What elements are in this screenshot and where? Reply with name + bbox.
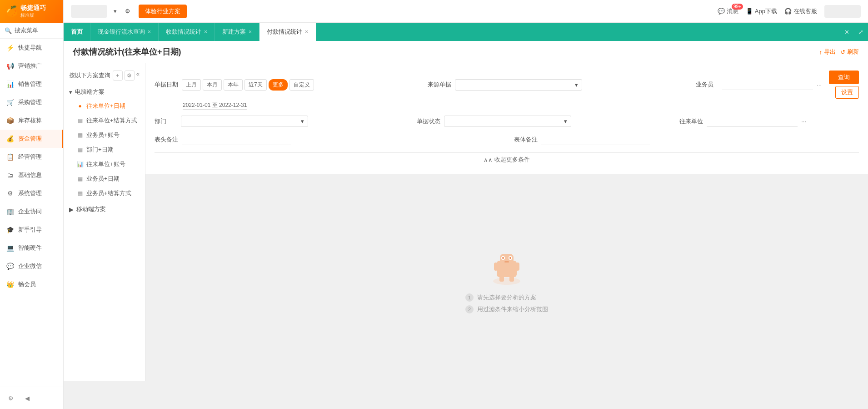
sidebar-item-finance[interactable]: 💰 资金管理 bbox=[0, 130, 63, 148]
sidebar-item-label: 营销推广 bbox=[18, 62, 42, 70]
scheme-item-sales-date[interactable]: ▦ 业务员+日期 bbox=[64, 172, 145, 186]
sidebar-item-label: 企业微信 bbox=[18, 262, 42, 270]
source-field: 来源单据 ▾ bbox=[428, 79, 582, 91]
scheme-item-icon: ▦ bbox=[76, 146, 84, 153]
online-service-btn[interactable]: 🎧 在线客服 bbox=[784, 7, 817, 15]
sidebar-item-label: 库存核算 bbox=[18, 116, 42, 125]
sales-input[interactable] bbox=[722, 79, 813, 90]
dept-dropdown-icon: ▾ bbox=[301, 118, 304, 125]
scheme-settings-btn[interactable]: ⚙ bbox=[125, 71, 135, 81]
date-field: 单据日期 上月 本月 本年 近7天 更多 自定义 bbox=[155, 79, 314, 91]
notification-btn[interactable]: 💬 消息 99+ bbox=[718, 7, 738, 15]
scheme-item-sales-payment[interactable]: ▦ 业务员+结算方式 bbox=[64, 186, 145, 201]
scheme-item-icon: ▦ bbox=[76, 117, 84, 124]
smart-hw-icon: 💻 bbox=[5, 243, 15, 252]
scheme-item-unit-account[interactable]: 📊 往来单位+账号 bbox=[64, 157, 145, 172]
sidebar-item-basic-info[interactable]: 🗂 基础信息 bbox=[0, 166, 63, 184]
source-select[interactable]: ▾ bbox=[455, 79, 582, 91]
sidebar-item-smart-hw[interactable]: 💻 智能硬件 bbox=[0, 239, 63, 257]
partner-more-icon[interactable]: ··· bbox=[801, 118, 806, 125]
company-dropdown-icon[interactable]: ▾ bbox=[114, 8, 117, 15]
pc-scheme-group: ▾ 电脑端方案 ● 往来单位+日期 ▦ 往来单位+结算方式 ▦ 业务员+账号 bbox=[64, 85, 145, 201]
sidebar-item-label: 企业协同 bbox=[18, 207, 42, 216]
app-name: 畅捷通巧 bbox=[20, 4, 46, 12]
purchase-icon: 🛒 bbox=[5, 98, 15, 107]
mobile-scheme-group-title[interactable]: ▶ 移动端方案 bbox=[64, 202, 145, 216]
app-download-btn[interactable]: 📱 App下载 bbox=[746, 7, 777, 15]
company-avatar bbox=[71, 5, 107, 18]
pc-scheme-group-title[interactable]: ▾ 电脑端方案 bbox=[64, 85, 145, 99]
tab-expand[interactable]: ⤢ bbox=[854, 23, 868, 41]
tab-bank-flow[interactable]: 现金银行流水查询 × bbox=[90, 23, 159, 41]
user-avatar[interactable] bbox=[824, 5, 861, 18]
partner-input[interactable] bbox=[707, 116, 798, 127]
sidebar-item-marketing[interactable]: 📢 营销推广 bbox=[0, 57, 63, 75]
doc-status-select[interactable]: ▾ bbox=[444, 116, 571, 127]
dept-label: 部门 bbox=[155, 117, 177, 126]
sidebar-item-inventory[interactable]: 📦 库存核算 bbox=[0, 111, 63, 130]
query-row-2: 部门 ▾ 单据状态 ▾ bbox=[155, 116, 859, 127]
date-option-more[interactable]: 更多 bbox=[269, 79, 288, 91]
svg-rect-10 bbox=[499, 276, 504, 282]
sidebar-item-wechat[interactable]: 💬 企业微信 bbox=[0, 257, 63, 275]
date-option-custom[interactable]: 自定义 bbox=[289, 79, 314, 91]
query-settings-btn[interactable]: 设置 bbox=[835, 86, 859, 99]
scheme-item-sales-account[interactable]: ▦ 业务员+账号 bbox=[64, 128, 145, 142]
tab-bank-flow-close[interactable]: × bbox=[148, 29, 151, 35]
header-notes-input[interactable] bbox=[182, 134, 291, 145]
system-icon: ⚙ bbox=[5, 189, 15, 198]
sidebar-item-enterprise[interactable]: 🏢 企业协同 bbox=[0, 202, 63, 221]
scheme-add-btn[interactable]: + bbox=[113, 71, 123, 81]
search-menu[interactable]: 🔍 搜索菜单 bbox=[0, 23, 63, 39]
tab-new-scheme[interactable]: 新建方案 × bbox=[215, 23, 259, 41]
sidebar-item-membership[interactable]: 👑 畅会员 bbox=[0, 275, 63, 293]
header-notes-label: 表头备注 bbox=[155, 136, 178, 144]
date-option-7days[interactable]: 近7天 bbox=[244, 79, 267, 91]
doc-status-label: 单据状态 bbox=[417, 117, 440, 126]
header-settings-btn[interactable]: ⚙ bbox=[121, 5, 134, 18]
date-option-last-month[interactable]: 上月 bbox=[182, 79, 201, 91]
tab-payment-stats-close[interactable]: × bbox=[305, 29, 308, 35]
tab-payment-stats[interactable]: 付款情况统计 × bbox=[259, 23, 316, 41]
tab-close-all[interactable]: ✕ bbox=[840, 23, 854, 41]
app-download-label: App下载 bbox=[755, 7, 777, 15]
trial-btn[interactable]: 体验行业方案 bbox=[139, 5, 187, 18]
tip-text-2: 用过滤条件来缩小分析范围 bbox=[477, 305, 548, 313]
dept-select[interactable]: ▾ bbox=[181, 116, 308, 127]
tab-receipt-stats-close[interactable]: × bbox=[204, 29, 207, 35]
sidebar-item-quick-nav[interactable]: ⚡ 快捷导航 bbox=[0, 39, 63, 57]
scheme-item-icon: ▦ bbox=[76, 131, 84, 139]
scheme-collapse-btn[interactable]: « bbox=[136, 71, 140, 81]
sidebar-item-label: 采购管理 bbox=[18, 98, 42, 106]
tab-receipt-stats[interactable]: 收款情况统计 × bbox=[159, 23, 215, 41]
tip-text-1: 请先选择要分析的方案 bbox=[477, 293, 536, 302]
sidebar-item-sales[interactable]: 📊 销售管理 bbox=[0, 75, 63, 93]
scheme-item-label: 往来单位+日期 bbox=[86, 102, 125, 110]
body-notes-input[interactable] bbox=[541, 134, 650, 145]
empty-state-illustration bbox=[484, 242, 529, 288]
sidebar-item-operations[interactable]: 📋 经营管理 bbox=[0, 148, 63, 166]
export-btn[interactable]: ↑ 导出 bbox=[819, 48, 836, 56]
sidebar-item-guide[interactable]: 🎓 新手引导 bbox=[0, 221, 63, 239]
operations-icon: 📋 bbox=[5, 152, 15, 162]
scheme-item-unit-date[interactable]: ● 往来单位+日期 bbox=[64, 99, 145, 113]
sidebar-settings-btn[interactable]: ⚙ bbox=[5, 392, 17, 404]
query-panel: 单据日期 上月 本月 本年 近7天 更多 自定义 bbox=[145, 63, 868, 174]
tab-new-scheme-close[interactable]: × bbox=[249, 29, 252, 35]
sidebar-collapse-btn[interactable]: ◀ bbox=[21, 392, 34, 404]
date-option-this-year[interactable]: 本年 bbox=[224, 79, 243, 91]
collapse-more-btn[interactable]: ∧∧ 收起更多条件 bbox=[155, 152, 859, 167]
sales-field: 业务员 ··· bbox=[696, 79, 822, 90]
scheme-item-dept-date[interactable]: ▦ 部门+日期 bbox=[64, 142, 145, 157]
query-submit-btn[interactable]: 查询 bbox=[829, 71, 859, 84]
tab-home[interactable]: 首页 bbox=[64, 23, 90, 41]
filter-container: 单据日期 上月 本月 本年 近7天 更多 自定义 bbox=[145, 63, 868, 174]
sidebar-item-purchase[interactable]: 🛒 采购管理 bbox=[0, 93, 63, 111]
sidebar-item-system[interactable]: ⚙ 系统管理 bbox=[0, 184, 63, 202]
scheme-item-unit-payment[interactable]: ▦ 往来单位+结算方式 bbox=[64, 113, 145, 128]
app-logo: 🍊 畅捷通巧 标准版 bbox=[0, 0, 63, 23]
date-option-this-month[interactable]: 本月 bbox=[203, 79, 222, 91]
refresh-btn[interactable]: ↺ 刷新 bbox=[840, 48, 859, 56]
dept-field: 部门 ▾ bbox=[155, 116, 308, 127]
sales-more-icon[interactable]: ··· bbox=[817, 81, 822, 88]
